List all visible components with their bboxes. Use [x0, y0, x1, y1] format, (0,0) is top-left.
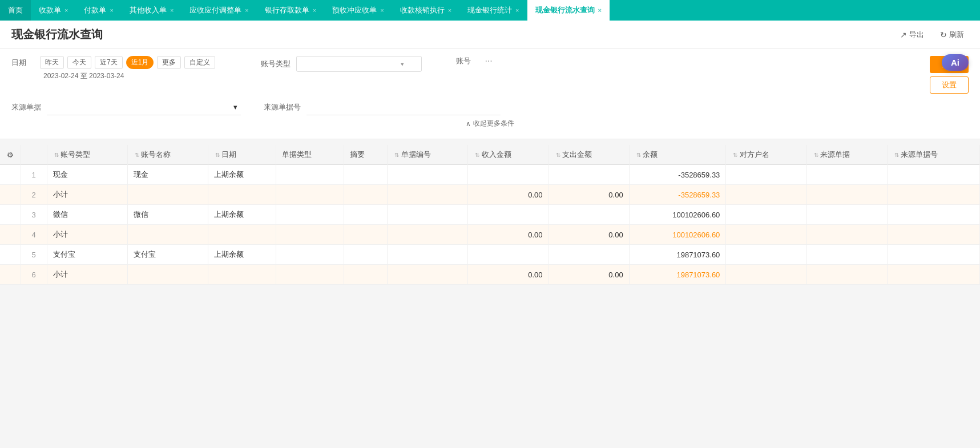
cell-date — [208, 185, 276, 205]
export-icon: ↗ — [900, 30, 907, 39]
cell-index: 2 — [21, 185, 47, 205]
date-btn-today[interactable]: 今天 — [67, 56, 91, 69]
cell-summary — [344, 245, 388, 265]
nav-payment-close[interactable]: × — [110, 7, 113, 14]
col-account-type[interactable]: ⇅ 账号类型 — [47, 145, 127, 165]
col-balance[interactable]: ⇅ 余额 — [629, 145, 726, 165]
cell-expense — [549, 205, 629, 225]
refresh-button[interactable]: ↻ 刷新 — [935, 27, 969, 42]
cell-doc-type — [276, 245, 344, 265]
cell-summary — [344, 185, 388, 205]
cell-counterpart — [726, 245, 806, 265]
cell-index: 1 — [21, 165, 47, 185]
collapse-icon: ∧ — [466, 120, 471, 128]
table-row: 3 微信 微信 上期余额 100102606.60 — [0, 205, 980, 225]
cell-account-name: 微信 — [127, 205, 208, 225]
table-row: 4 小计 0.00 0.00 100102606.60 — [0, 225, 980, 245]
col-summary: 摘要 — [344, 145, 388, 165]
date-btn-custom[interactable]: 自定义 — [184, 56, 215, 69]
nav-home-label: 首页 — [8, 5, 23, 15]
col-counterpart-sort-icon: ⇅ — [733, 152, 737, 158]
col-balance-label: 余额 — [643, 150, 658, 159]
col-date[interactable]: ⇅ 日期 — [208, 145, 276, 165]
cell-account-type: 小计 — [47, 225, 127, 245]
col-counterpart[interactable]: ⇅ 对方户名 — [726, 145, 806, 165]
nav-receipt-verify[interactable]: 收款核销执行 × — [392, 0, 459, 21]
date-filter-buttons: 昨天 今天 近7天 近1月 更多 自定义 — [40, 56, 215, 69]
col-summary-label: 摘要 — [350, 150, 365, 159]
col-account-name[interactable]: ⇅ 账号名称 — [127, 145, 208, 165]
col-income-label: 收入金额 — [482, 150, 511, 159]
nav-other-income-label: 其他收入单 — [130, 5, 167, 15]
cell-counterpart — [726, 265, 806, 285]
account-type-select[interactable]: ▾ — [296, 56, 422, 72]
col-expense[interactable]: ⇅ 支出金额 — [549, 145, 629, 165]
ai-badge[interactable]: Ai — [942, 54, 969, 71]
col-doc-no[interactable]: ⇅ 单据编号 — [388, 145, 468, 165]
nav-ar-ap-adjust[interactable]: 应收应付调整单 × — [182, 0, 256, 21]
col-expense-label: 支出金额 — [562, 150, 592, 159]
nav-cash-bank-flow-close[interactable]: × — [598, 7, 602, 14]
source-doc-label: 来源单据 — [11, 102, 41, 112]
cell-income — [468, 245, 549, 265]
nav-cash-bank-flow-label: 现金银行流水查询 — [535, 5, 595, 15]
date-btn-more[interactable]: 更多 — [157, 56, 181, 69]
date-btn-1month[interactable]: 近1月 — [126, 56, 154, 69]
nav-receipt-verify-close[interactable]: × — [448, 7, 451, 14]
nav-receipt-label: 收款单 — [39, 5, 61, 15]
nav-advance-offset-close[interactable]: × — [380, 7, 384, 14]
cell-balance: 19871073.60 — [629, 265, 726, 285]
col-source-doc-no[interactable]: ⇅ 来源单据号 — [887, 145, 979, 165]
cell-gear — [0, 165, 21, 185]
cell-account-type: 现金 — [47, 165, 127, 185]
cell-index: 5 — [21, 245, 47, 265]
date-btn-7days[interactable]: 近7天 — [95, 56, 123, 69]
nav-home[interactable]: 首页 — [0, 0, 31, 21]
collapse-more-bar[interactable]: ∧ 收起更多条件 — [11, 115, 969, 132]
nav-bank-deposit[interactable]: 银行存取款单 × — [257, 0, 324, 21]
settings-button[interactable]: 设置 — [930, 76, 969, 94]
source-doc-filter: 来源单据 ▾ — [11, 99, 241, 115]
refresh-label: 刷新 — [949, 30, 964, 40]
col-gear[interactable]: ⚙ — [0, 145, 21, 165]
nav-receipt-verify-label: 收款核销执行 — [400, 5, 445, 15]
cell-gear — [0, 205, 21, 225]
nav-cash-bank-stat-close[interactable]: × — [515, 7, 519, 14]
nav-cash-bank-flow[interactable]: 现金银行流水查询 × — [527, 0, 610, 21]
export-label: 导出 — [909, 30, 924, 40]
nav-ar-ap-adjust-close[interactable]: × — [245, 7, 248, 14]
cell-account-type: 小计 — [47, 185, 127, 205]
cell-expense: 0.00 — [549, 265, 629, 285]
account-label: 账号 — [456, 56, 479, 66]
cell-doc-type — [276, 225, 344, 245]
cell-counterpart — [726, 225, 806, 245]
nav-other-income[interactable]: 其他收入单 × — [122, 0, 182, 21]
cell-index: 6 — [21, 265, 47, 285]
col-account-name-sort-icon: ⇅ — [135, 152, 139, 158]
col-source-doc[interactable]: ⇅ 来源单据 — [806, 145, 887, 165]
source-doc-select[interactable]: ▾ — [47, 99, 241, 115]
cell-income: 0.00 — [468, 265, 549, 285]
nav-receipt-close[interactable]: × — [64, 7, 68, 14]
nav-payment[interactable]: 付款单 × — [76, 0, 121, 21]
cell-doc-no — [388, 225, 468, 245]
cell-counterpart — [726, 205, 806, 225]
account-more-icon[interactable]: ··· — [485, 56, 492, 66]
date-btn-yesterday[interactable]: 昨天 — [40, 56, 64, 69]
cell-doc-type — [276, 205, 344, 225]
source-doc-no-input[interactable] — [306, 99, 501, 115]
col-income[interactable]: ⇅ 收入金额 — [468, 145, 549, 165]
col-date-label: 日期 — [221, 150, 236, 159]
cell-balance: 19871073.60 — [629, 245, 726, 265]
nav-cash-bank-stat[interactable]: 现金银行统计 × — [459, 0, 527, 21]
nav-receipt[interactable]: 收款单 × — [31, 0, 76, 21]
cell-doc-no — [388, 185, 468, 205]
cell-source-doc-no — [887, 165, 979, 185]
nav-bank-deposit-close[interactable]: × — [313, 7, 316, 14]
nav-advance-offset[interactable]: 预收冲应收单 × — [324, 0, 392, 21]
nav-other-income-close[interactable]: × — [170, 7, 174, 14]
date-filter-label: 日期 — [11, 58, 34, 68]
export-button[interactable]: ↗ 导出 — [896, 27, 929, 42]
cell-doc-no — [388, 205, 468, 225]
source-doc-no-filter: 来源单据号 — [264, 99, 501, 115]
